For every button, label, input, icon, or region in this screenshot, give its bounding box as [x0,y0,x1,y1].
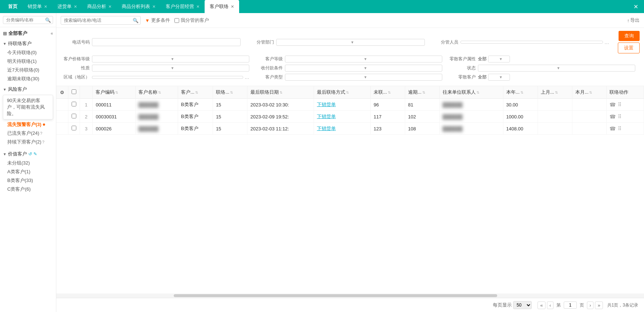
sidebar-item-7days[interactable]: 近7天待联络(0) [0,66,56,74]
filter-select-customer-level[interactable]: ▼ [285,56,442,62]
th-contact[interactable]: 联络...⇅ [213,86,247,99]
row-checkbox[interactable] [72,114,76,118]
settings-button[interactable]: 设置 [618,42,640,53]
row-last-contact-method[interactable]: 下销货单 [314,123,371,135]
filter-select-retail[interactable]: ▼ [488,74,510,81]
last-page-button[interactable]: » [595,301,603,309]
more-options-icon[interactable]: … [245,74,249,80]
sidebar-group-header-pending[interactable]: ▼ 待联络客户 [0,39,56,48]
table-body: 1 000011 ██████ B类客户 15 2023-03-02 10:30… [56,99,644,135]
th-unit-contact[interactable]: 往来单位联系人⇅ [439,86,503,99]
phone-icon[interactable]: ☎ [609,126,616,131]
edit-icon[interactable]: ✎ [33,151,37,157]
next-page-button[interactable]: › [587,301,593,309]
tab-home[interactable]: 首页 [3,0,23,13]
filter-select-price-level[interactable]: ▼ [92,56,249,62]
contact-method-link[interactable]: 下销货单 [317,126,336,131]
sidebar-item-churn-warning[interactable]: 流失预警客户(3) [0,120,56,129]
close-icon[interactable]: ✕ [152,4,156,9]
scrollbar-thumb[interactable] [174,294,497,297]
close-icon[interactable]: ✕ [108,4,112,9]
row-last-contact-method[interactable]: 下销货单 [314,99,371,111]
query-button[interactable]: 查询 [619,31,640,41]
filter-field-customer-type: 客户类型 ▼ [254,74,442,81]
sidebar-group-header-risk[interactable]: ▼ 风险客户 [0,85,56,94]
filter-select-customer-type[interactable]: ▼ [285,74,442,81]
row-checkbox[interactable] [72,126,76,130]
th-this-month[interactable]: 本月...⇅ [572,86,607,99]
row-checkbox-cell[interactable] [68,99,80,111]
th-this-year[interactable]: 本年...⇅ [503,86,538,99]
phone-icon[interactable]: ☎ [609,102,616,108]
prev-page-button[interactable]: ‹ [547,301,554,309]
sidebar-item-overdue[interactable]: 逾期未联络(30) [0,74,56,83]
refresh-icon[interactable]: ↺ [28,151,32,157]
filter-select-payment[interactable]: ▼ [285,65,442,72]
sidebar-item-today[interactable]: 今天待联络(0) [0,48,56,57]
phone-icon[interactable]: ☎ [609,114,616,119]
row-checkbox-cell[interactable] [68,123,80,135]
close-icon[interactable]: ✕ [74,4,77,9]
my-customers-checkbox-wrap: 我分管的客户 [174,17,209,24]
more-actions-icon[interactable]: ⠿ [618,114,621,119]
sidebar-group-header-value[interactable]: ▼ 价值客户 ↺ ✎ [0,149,56,159]
close-icon[interactable]: ✕ [44,4,47,9]
th-last-contact-method[interactable]: 最后联络方式⇅ [314,86,371,99]
more-options-icon[interactable]: … [604,40,609,45]
row-checkbox-cell[interactable] [68,111,80,123]
tab-customer-contact[interactable]: 客户联络 ✕ [205,0,239,13]
select-all-checkbox[interactable] [72,89,76,94]
th-gear[interactable]: ⚙ [56,86,68,99]
table-row: 3 000026 ██████ B类客户 15 2023-02-03 11:12… [56,123,644,135]
filter-select-manager[interactable] [460,41,603,44]
more-actions-icon[interactable]: ⠿ [618,126,621,131]
row-last-contact-method[interactable]: 下销货单 [314,111,371,123]
row-checkbox[interactable] [72,102,76,106]
per-page-select[interactable]: 50 20 100 [513,301,532,309]
risk-tooltip: 90天未交易的客户，可能有流失风险。 [3,95,53,119]
more-conditions-button[interactable]: ▼ 更多条件 [145,17,170,24]
sidebar-item-class-a[interactable]: A类客户(1) [0,167,56,176]
tab-customer-segment[interactable]: 客户分层经营 ✕ [161,0,205,13]
chevron-down-icon: ▼ [364,66,440,70]
horizontal-scrollbar[interactable] [56,293,644,298]
tab-purchase[interactable]: 进货单 ✕ [52,0,82,13]
contact-method-link[interactable]: 下销货单 [317,114,336,119]
page-input[interactable] [564,301,577,309]
all-customers-title: ⊞ 全部客户 « [0,27,56,38]
th-last-month[interactable]: 上月...⇅ [538,86,572,99]
more-actions-icon[interactable]: ⠿ [618,102,621,108]
sidebar-item-class-b[interactable]: B类客户(33) [0,176,56,185]
filter-select-retail-attr[interactable]: ▼ [488,56,510,62]
contact-method-link[interactable]: 下销货单 [317,102,336,107]
first-page-button[interactable]: « [538,301,545,309]
my-customers-checkbox[interactable] [174,18,179,23]
window-close-icon[interactable]: ✕ [631,3,641,10]
th-no-contact[interactable]: 未联...⇅ [370,86,405,99]
th-last-contact-date[interactable]: 最后联络日期⇅ [247,86,314,99]
sidebar-item-ungrouped[interactable]: 未分组(32) [0,159,56,167]
filter-select-region[interactable] [92,76,243,79]
th-level[interactable]: 客户...⇅ [178,86,213,99]
sidebar-item-churned[interactable]: 已流失客户(24) ? [0,129,56,138]
filter-input-phone[interactable] [92,38,241,46]
th-checkbox[interactable] [68,86,80,99]
filter-select-nature[interactable]: ▼ [92,65,249,72]
export-button[interactable]: ↑ 导出 [627,17,640,24]
sidebar-item-tomorrow[interactable]: 明天待联络(1) [0,57,56,66]
search-input[interactable] [61,16,141,25]
sidebar-item-declining[interactable]: 持续下滑客户(2) ? [0,138,56,146]
th-code[interactable]: 客户编码⇅ [93,86,135,99]
tab-product-list[interactable]: 商品分析列表 ✕ [117,0,161,13]
close-icon[interactable]: ✕ [196,4,200,9]
filter-select-status[interactable]: ▼ [478,65,635,72]
tab-sales[interactable]: 销货单 ✕ [23,0,52,13]
sidebar-item-class-c[interactable]: C类客户(6) [0,185,56,194]
close-icon[interactable]: ✕ [231,4,234,9]
search-button[interactable]: 🔍 [133,18,138,23]
th-overdue[interactable]: 逾期...⇅ [405,86,439,99]
tab-product-analysis[interactable]: 商品分析 ✕ [82,0,117,13]
collapse-button[interactable]: « [51,31,53,36]
filter-select-dept[interactable]: ▼ [276,39,425,46]
th-name[interactable]: 客户名称⇅ [135,86,178,99]
